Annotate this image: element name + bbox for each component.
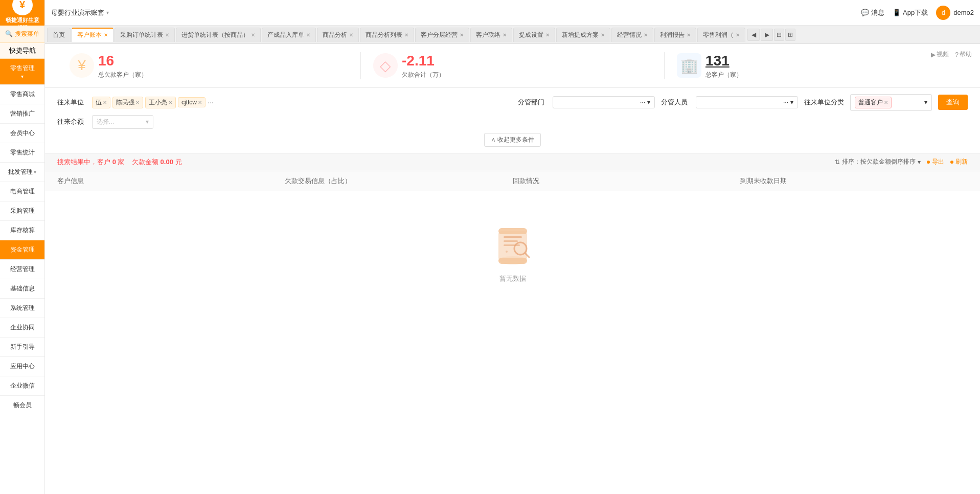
unit-type-select[interactable]: 普通客户 ✕ ▾ <box>850 94 932 111</box>
total-customers-value: 131 <box>705 52 742 70</box>
tab-customer-account-label: 客户账本 <box>77 31 102 39</box>
tab-customer-account[interactable]: 客户账本 ✕ <box>72 28 113 42</box>
chevron-right-icon: ▾ <box>34 169 36 175</box>
stats-bar: ¥ 16 总欠款客户（家） ◇ -2.11 欠款合计（万） <box>45 44 980 88</box>
video-help-button[interactable]: ▶ 视频 <box>931 50 949 59</box>
tab-close-product-analysis[interactable]: ✕ <box>349 32 353 38</box>
tab-purchase-order[interactable]: 采购订单统计表 ✕ <box>115 28 175 42</box>
sidebar-item-ecommerce[interactable]: 电商管理 <box>0 182 44 201</box>
tab-operations[interactable]: 经营情况 ✕ <box>611 28 653 42</box>
tab-home[interactable]: 首页 <box>47 28 71 42</box>
export-label: 导出 <box>932 158 944 166</box>
sidebar-item-retail-store[interactable]: 零售商城 <box>0 85 44 104</box>
refresh-button[interactable]: 刷新 <box>950 158 968 166</box>
tab-inbound-stats[interactable]: 进货单统计表（按商品） ✕ <box>176 28 261 42</box>
sidebar-item-wholesale[interactable]: 批发管理 ▾ <box>0 163 44 182</box>
tab-collapse-btn[interactable]: ⊟ <box>774 29 784 41</box>
tab-close-new-promotion[interactable]: ✕ <box>601 32 605 38</box>
unit-filter-label: 往来单位 <box>57 98 86 107</box>
tab-close-purchase-order[interactable]: ✕ <box>165 32 169 38</box>
sidebar-item-operations[interactable]: 经营管理 <box>0 260 44 279</box>
tab-fullscreen-btn[interactable]: ⊞ <box>785 29 795 41</box>
department-select[interactable]: ··· ▾ <box>553 96 655 108</box>
tab-close-inbound-stats[interactable]: ✕ <box>251 32 255 38</box>
sidebar-item-marketing[interactable]: 营销推广 <box>0 104 44 124</box>
remove-normal-tag[interactable]: ✕ <box>884 100 888 105</box>
topbar: 母婴行业演示账套 ▾ 💬 消息 📱 App下载 d demo2 <box>45 0 980 26</box>
remaining-placeholder: 选择... <box>97 118 114 126</box>
tab-promotion-settings[interactable]: 提成设置 ✕ <box>513 28 555 42</box>
table-body: 暂无数据 <box>45 191 980 494</box>
retail-label: 零售管理 <box>10 64 35 73</box>
remove-chen-tag[interactable]: ✕ <box>135 100 140 105</box>
stat-total-customers: 🏢 131 总客户（家） <box>665 52 968 79</box>
quick-nav[interactable]: 快捷导航 <box>0 43 44 59</box>
help-button[interactable]: ? 帮助 <box>955 50 972 59</box>
app-download-button[interactable]: 📱 App下载 <box>893 8 928 17</box>
tab-customer-segment[interactable]: 客户分层经营 ✕ <box>415 28 469 42</box>
sidebar-item-retail-stats[interactable]: 零售统计 <box>0 143 44 163</box>
sort-dropdown-icon: ▾ <box>918 159 921 166</box>
remove-cjttcw-tag[interactable]: ✕ <box>198 100 202 105</box>
tab-close-product-analysis-list[interactable]: ✕ <box>404 32 408 38</box>
sidebar-item-member-plus[interactable]: 畅会员 <box>0 396 44 415</box>
message-button[interactable]: 💬 消息 <box>861 8 884 17</box>
tab-new-promotion[interactable]: 新增提成方案 ✕ <box>556 28 610 42</box>
overdue-amount-label: 欠款合计（万） <box>402 71 445 79</box>
sort-select[interactable]: ⇅ 排序：按欠款金额倒序排序 ▾ <box>835 158 921 166</box>
tab-operations-label: 经营情况 <box>617 31 642 39</box>
tab-promotion-settings-label: 提成设置 <box>519 31 543 39</box>
tab-next-btn[interactable]: ▶ <box>761 29 773 41</box>
sidebar-item-inventory[interactable]: 库存核算 <box>0 221 44 240</box>
tab-product-analysis[interactable]: 商品分析 ✕ <box>317 28 359 42</box>
tab-prev-btn[interactable]: ◀ <box>747 29 760 41</box>
tab-profit-report-label: 利润报告 <box>660 31 685 39</box>
query-button[interactable]: 查询 <box>938 95 968 110</box>
main-area: 母婴行业演示账套 ▾ 💬 消息 📱 App下载 d demo2 首页 <box>45 0 980 494</box>
remove-wu-tag[interactable]: ✕ <box>103 100 107 105</box>
tab-product-analysis-list[interactable]: 商品分析列表 ✕ <box>360 28 414 42</box>
remaining-input[interactable]: 选择... ▾ <box>92 115 153 129</box>
sidebar-item-basic-info[interactable]: 基础信息 <box>0 279 44 299</box>
table-header: 客户信息 欠款交易信息（占比） 回款情况 到期未收款日期 <box>45 171 980 191</box>
tab-close-customer-account[interactable]: ✕ <box>104 32 108 38</box>
tab-close-customer-segment[interactable]: ✕ <box>460 32 464 38</box>
topbar-left: 母婴行业演示账套 ▾ <box>51 8 109 17</box>
filter-row-1: 往来单位 伍 ✕ 陈民强 ✕ 王小亮 ✕ cjttcw <box>57 94 968 111</box>
store-selector[interactable]: 母婴行业演示账套 ▾ <box>51 8 109 17</box>
department-more-icon: ··· <box>640 99 645 106</box>
sidebar-item-system[interactable]: 系统管理 <box>0 299 44 318</box>
sidebar-item-retail[interactable]: 零售管理 ▾ <box>0 59 44 85</box>
sidebar-item-app-center[interactable]: 应用中心 <box>0 357 44 376</box>
tab-close-profit-report[interactable]: ✕ <box>687 32 691 38</box>
tab-close-retail-profit[interactable]: ✕ <box>736 32 740 38</box>
video-label: 视频 <box>937 50 949 59</box>
sidebar-item-enterprise-wechat[interactable]: 企业微信 <box>0 376 44 396</box>
tab-purchase-order-label: 采购订单统计表 <box>120 31 163 39</box>
sidebar-item-member[interactable]: 会员中心 <box>0 124 44 143</box>
more-tags-button[interactable]: ··· <box>208 98 214 106</box>
tab-close-product-inbound[interactable]: ✕ <box>306 32 310 38</box>
sort-icon: ⇅ <box>835 159 840 166</box>
person-more-icon: ··· <box>783 99 788 106</box>
remove-wang-tag[interactable]: ✕ <box>168 100 172 105</box>
sidebar-item-enterprise[interactable]: 企业协同 <box>0 318 44 338</box>
user-info[interactable]: d demo2 <box>936 6 974 20</box>
person-select[interactable]: ··· ▾ <box>696 96 798 108</box>
sidebar-item-finance[interactable]: 资金管理 <box>0 240 44 260</box>
tab-product-inbound[interactable]: 产成品入库单 ✕ <box>262 28 316 42</box>
empty-illustration <box>492 222 533 268</box>
tab-retail-profit[interactable]: 零售利润（ ✕ <box>697 28 745 42</box>
tab-profit-report[interactable]: 利润报告 ✕ <box>654 28 696 42</box>
search-menu[interactable]: 🔍 搜索菜单 <box>0 26 44 43</box>
tab-close-operations[interactable]: ✕ <box>644 32 648 38</box>
tab-inbound-stats-label: 进货单统计表（按商品） <box>181 31 249 39</box>
export-button[interactable]: 导出 <box>927 158 944 166</box>
sidebar-item-new-guide[interactable]: 新手引导 <box>0 338 44 357</box>
collapse-button[interactable]: ∧ 收起更多条件 <box>484 133 541 147</box>
tab-close-promotion-settings[interactable]: ✕ <box>545 32 550 38</box>
tab-close-customer-contact[interactable]: ✕ <box>503 32 507 38</box>
tab-product-analysis-list-label: 商品分析列表 <box>366 31 402 39</box>
sidebar-item-purchase[interactable]: 采购管理 <box>0 201 44 221</box>
tab-customer-contact[interactable]: 客户联络 ✕ <box>470 28 512 42</box>
